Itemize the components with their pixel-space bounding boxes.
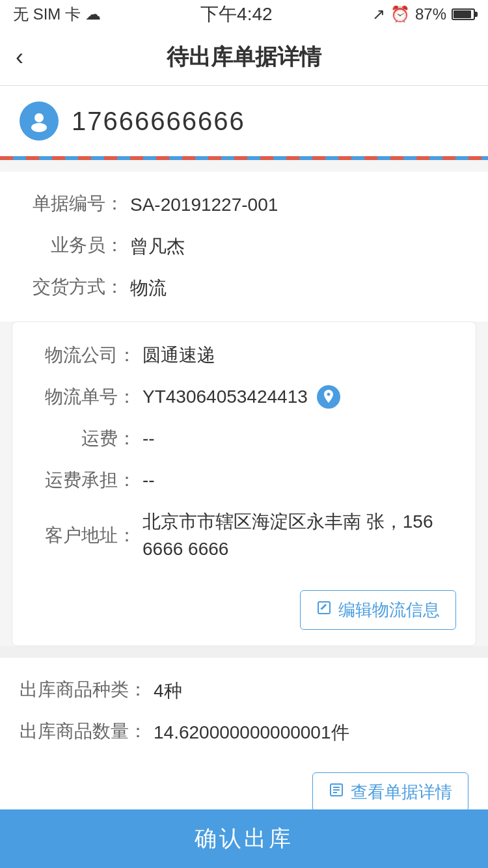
user-phone: 17666666666 bbox=[72, 107, 245, 136]
address-row: 客户地址： 北京市市辖区海淀区永丰南 张，156 6666 6666 bbox=[32, 508, 456, 563]
content: 17666666666 单据编号： SA-20191227-001 业务员： 曾… bbox=[0, 86, 488, 868]
status-left: 无 SIM 卡 ☁ bbox=[13, 4, 101, 25]
delivery-method-row: 交货方式： 物流 bbox=[20, 275, 468, 302]
edit-logistics-label: 编辑物流信息 bbox=[338, 599, 440, 621]
logistics-tracking-row: 物流单号： YT43064053424413 bbox=[32, 383, 456, 411]
doc-number-row: 单据编号： SA-20191227-001 bbox=[20, 191, 468, 219]
sim-status: 无 SIM 卡 ☁ bbox=[13, 4, 101, 25]
view-detail-button[interactable]: 查看单据详情 bbox=[312, 772, 468, 812]
freight-row: 运费： -- bbox=[32, 425, 456, 452]
address-label: 客户地址： bbox=[32, 523, 136, 548]
freight-label: 运费： bbox=[32, 426, 136, 451]
location-indicator: ↗ bbox=[372, 5, 385, 23]
gray-divider bbox=[0, 646, 488, 658]
freight-bearer-label: 运费承担： bbox=[32, 468, 136, 493]
edit-icon bbox=[316, 600, 332, 620]
dashed-divider bbox=[0, 156, 488, 160]
logistics-card: 物流公司： 圆通速递 物流单号： YT43064053424413 运费： -- bbox=[12, 321, 476, 646]
salesperson-value: 曾凡杰 bbox=[130, 233, 468, 260]
nav-bar: ‹ 待出库单据详情 bbox=[0, 29, 488, 86]
freight-value: -- bbox=[142, 425, 456, 452]
location-pin-icon[interactable] bbox=[317, 385, 340, 409]
logistics-tracking-label: 物流单号： bbox=[32, 385, 136, 409]
confirm-outbound-button[interactable]: 确认出库 bbox=[0, 809, 488, 868]
salesperson-label: 业务员： bbox=[20, 233, 124, 258]
doc-number-label: 单据编号： bbox=[20, 191, 124, 216]
delivery-method-value: 物流 bbox=[130, 275, 468, 302]
page-title: 待出库单据详情 bbox=[167, 42, 321, 72]
goods-quantity-value: 14.620000000000001件 bbox=[154, 719, 468, 746]
svg-point-1 bbox=[31, 123, 47, 132]
goods-section: 出库商品种类： 4种 出库商品数量： 14.620000000000001件 bbox=[0, 658, 488, 766]
doc-number-value: SA-20191227-001 bbox=[130, 191, 468, 219]
logistics-company-value: 圆通速递 bbox=[142, 342, 456, 369]
goods-type-row: 出库商品种类： 4种 bbox=[20, 677, 468, 705]
address-value: 北京市市辖区海淀区永丰南 张，156 6666 6666 bbox=[142, 508, 456, 563]
avatar bbox=[20, 102, 59, 141]
confirm-outbound-label: 确认出库 bbox=[195, 824, 293, 854]
freight-bearer-row: 运费承担： -- bbox=[32, 467, 456, 494]
logistics-tracking-value: YT43064053424413 bbox=[142, 383, 456, 411]
salesperson-row: 业务员： 曾凡杰 bbox=[20, 233, 468, 260]
svg-point-0 bbox=[34, 113, 44, 122]
battery-percent: 87% bbox=[415, 5, 446, 23]
freight-bearer-value: -- bbox=[142, 467, 456, 494]
battery-icon bbox=[452, 8, 475, 20]
list-icon bbox=[329, 782, 344, 802]
status-bar: 无 SIM 卡 ☁ 下午4:42 ↗ ⏰ 87% bbox=[0, 0, 488, 29]
status-right: ↗ ⏰ 87% bbox=[372, 5, 475, 23]
document-info-section: 单据编号： SA-20191227-001 业务员： 曾凡杰 交货方式： 物流 bbox=[0, 172, 488, 321]
status-time: 下午4:42 bbox=[200, 2, 273, 27]
goods-type-label: 出库商品种类： bbox=[20, 677, 147, 702]
view-detail-label: 查看单据详情 bbox=[351, 781, 452, 804]
goods-quantity-row: 出库商品数量： 14.620000000000001件 bbox=[20, 719, 468, 746]
goods-quantity-label: 出库商品数量： bbox=[20, 719, 147, 744]
goods-type-value: 4种 bbox=[154, 677, 468, 705]
back-button[interactable]: ‹ bbox=[16, 44, 23, 71]
logistics-company-label: 物流公司： bbox=[32, 343, 136, 368]
edit-logistics-button[interactable]: 编辑物流信息 bbox=[300, 590, 456, 630]
logistics-company-row: 物流公司： 圆通速递 bbox=[32, 342, 456, 369]
user-info-row: 17666666666 bbox=[0, 86, 488, 156]
delivery-method-label: 交货方式： bbox=[20, 275, 124, 299]
alarm-icon: ⏰ bbox=[390, 5, 410, 23]
